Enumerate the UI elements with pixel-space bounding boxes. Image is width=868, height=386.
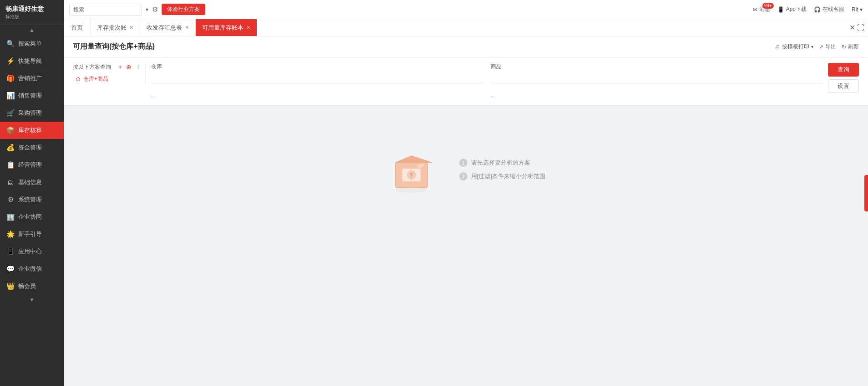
quick-nav-icon: ⚡: [6, 57, 15, 65]
sidebar-item-purchase[interactable]: 🛒 采购管理: [0, 104, 64, 122]
sidebar-item-label: 系统管理: [18, 196, 42, 204]
settings-scheme-icon[interactable]: ⊕: [126, 63, 132, 71]
svg-text:?: ?: [410, 172, 413, 179]
sidebar-scroll-up[interactable]: ▲: [0, 25, 64, 35]
purchase-icon: 🛒: [6, 109, 15, 117]
sidebar-item-quick-nav[interactable]: ⚡ 快捷导航: [0, 52, 64, 70]
system-icon: ⚙: [6, 196, 15, 204]
filter-fields: 仓库 ··· 商品 ···: [151, 63, 822, 100]
tab-bar-right-btns: ✕ ⛶: [849, 19, 868, 36]
user-menu[interactable]: Rit ▾: [852, 6, 863, 13]
brand-version: 标准版: [5, 14, 58, 20]
sidebar-item-label: 采购管理: [18, 109, 42, 117]
message-icon: ✉: [753, 6, 757, 13]
user-dropdown-icon: ▾: [860, 6, 863, 13]
tab-available-ledger[interactable]: 可用量库存账本 ✕: [196, 19, 257, 36]
enterprise-icon: 🏢: [6, 213, 15, 221]
sidebar-item-system[interactable]: ⚙ 系统管理: [0, 191, 64, 208]
inventory-icon: 📦: [6, 126, 15, 134]
page-content: 可用量查询(按仓库+商品) 🖨 按模板打印 ▾ ↗ 导出 ↻ 刷新: [64, 36, 868, 386]
close-tab-available-ledger[interactable]: ✕: [246, 25, 250, 31]
sidebar-scroll-down[interactable]: ▼: [0, 295, 64, 305]
refresh-button[interactable]: ↻ 刷新: [842, 43, 859, 51]
sidebar-item-marketing[interactable]: 🎁 营销推广: [0, 70, 64, 87]
sidebar-item-label: 资金管理: [18, 144, 42, 152]
gear-icon[interactable]: ⚙: [152, 5, 158, 14]
right-edge-bar: [864, 175, 868, 211]
export-button[interactable]: ↗ 导出: [819, 43, 836, 51]
tab-available-ledger-label: 可用量库存账本: [202, 24, 244, 32]
close-tab-batch-ledger[interactable]: ✕: [129, 25, 133, 31]
scheme-item-label: 仓库+商品: [83, 75, 108, 83]
empty-tips: 1 请先选择要分析的方案 2 用[过滤]条件来缩小分析范围: [459, 159, 545, 180]
filter-scheme-header: 按以下方案查询 ＋ ⊕ 《: [73, 63, 140, 71]
topbar-dropdown-icon[interactable]: ▾: [146, 6, 148, 13]
sidebar-item-operations[interactable]: 📋 经营管理: [0, 156, 64, 174]
sidebar-item-label: 企业协同: [18, 213, 42, 221]
warehouse-more[interactable]: ···: [151, 93, 483, 100]
query-button[interactable]: 查询: [828, 63, 859, 77]
tip-text-2: 用[过滤]条件来缩小分析范围: [471, 172, 545, 180]
add-scheme-icon[interactable]: ＋: [117, 63, 123, 71]
print-label: 按模板打印: [782, 43, 809, 51]
app-download-label: App下载: [786, 5, 807, 13]
export-label: 导出: [825, 43, 836, 51]
online-service-btn[interactable]: 🎧 在线客服: [814, 5, 844, 13]
close-tab-receipt-summary[interactable]: ✕: [185, 25, 189, 31]
app-download-icon: 📱: [777, 6, 784, 13]
tab-receipt-summary[interactable]: 收发存汇总表 ✕: [140, 19, 196, 36]
empty-tip-2: 2 用[过滤]条件来缩小分析范围: [459, 172, 545, 180]
tab-batch-ledger[interactable]: 库存批次账 ✕: [91, 19, 140, 36]
product-input[interactable]: [491, 72, 823, 83]
maximize-window-btn[interactable]: ⛶: [857, 24, 864, 32]
scheme-item-warehouse-product[interactable]: ⊙ 仓库+商品: [73, 74, 140, 84]
warehouse-input[interactable]: [151, 72, 483, 83]
tab-bar: 首页 库存批次账 ✕ 收发存汇总表 ✕ 可用量库存账本 ✕ ✕ ⛶: [64, 19, 868, 36]
sidebar-item-finance[interactable]: 💰 资金管理: [0, 139, 64, 156]
refresh-icon: ↻: [842, 44, 846, 50]
filter-scheme-label: 按以下方案查询: [73, 63, 111, 71]
sidebar-item-label: 经营管理: [18, 161, 42, 169]
sidebar-item-sales[interactable]: 📊 销售管理: [0, 87, 64, 104]
page-title: 可用量查询(按仓库+商品): [73, 42, 155, 51]
empty-state: ? 1 请先选择要分析的方案 2 用[过滤]条件来缩小分析范围: [64, 106, 868, 233]
user-name: Rit: [852, 6, 858, 13]
message-btn[interactable]: ✉ 消息 99+: [753, 5, 770, 13]
collapse-scheme-icon[interactable]: 《: [134, 63, 140, 71]
close-window-btn[interactable]: ✕: [849, 23, 855, 32]
sidebar-item-search[interactable]: 🔍 搜索菜单: [0, 35, 64, 52]
print-icon: 🖨: [775, 44, 780, 50]
message-badge: 99+: [762, 3, 774, 9]
sidebar-item-basic-info[interactable]: 🗂 基础信息: [0, 174, 64, 191]
topbar-right: ✉ 消息 99+ 📱 App下载 🎧 在线客服 Rit ▾: [753, 5, 863, 13]
tab-batch-ledger-label: 库存批次账: [97, 24, 127, 32]
sidebar-item-wechat[interactable]: 💬 企业微信: [0, 260, 64, 278]
settings-button[interactable]: 设置: [828, 79, 859, 93]
sidebar-item-label: 销售管理: [18, 92, 42, 100]
scheme-item-icon: ⊙: [76, 76, 81, 82]
product-label: 商品: [491, 63, 823, 71]
brand-name: 畅康通好生意: [5, 5, 58, 14]
sidebar-item-app-center[interactable]: 📱 应用中心: [0, 243, 64, 260]
sidebar-item-new-guide[interactable]: 🌟 新手引导: [0, 226, 64, 243]
sidebar-item-member[interactable]: 👑 畅会员: [0, 278, 64, 295]
wechat-icon: 💬: [6, 265, 15, 273]
product-more[interactable]: ···: [491, 93, 823, 100]
search-input[interactable]: [69, 4, 142, 15]
sidebar-item-label: 搜索菜单: [18, 40, 42, 48]
sidebar-item-label: 基础信息: [18, 178, 42, 186]
warehouse-field: 仓库 ···: [151, 63, 483, 100]
trial-button[interactable]: 体验行业方案: [162, 4, 205, 15]
filter-scheme-panel: 按以下方案查询 ＋ ⊕ 《 ⊙ 仓库+商品: [73, 63, 146, 84]
sidebar-item-inventory[interactable]: 📦 库存核算: [0, 122, 64, 139]
filter-area: 按以下方案查询 ＋ ⊕ 《 ⊙ 仓库+商品 仓库 ···: [64, 57, 868, 106]
sidebar-item-enterprise[interactable]: 🏢 企业协同: [0, 208, 64, 226]
print-dropdown-icon[interactable]: ▾: [811, 44, 813, 49]
search-icon: 🔍: [6, 40, 15, 48]
tab-home[interactable]: 首页: [64, 19, 91, 36]
operations-icon: 📋: [6, 161, 15, 169]
warehouse-label: 仓库: [151, 63, 483, 71]
print-button[interactable]: 🖨 按模板打印 ▾: [775, 43, 813, 51]
export-icon: ↗: [819, 44, 823, 50]
app-download-btn[interactable]: 📱 App下载: [777, 5, 807, 13]
